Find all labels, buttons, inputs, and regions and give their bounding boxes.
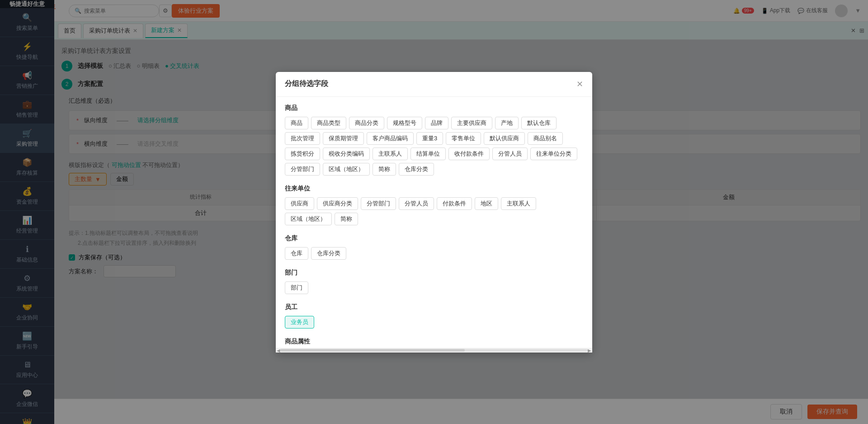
- tag-payment-terms[interactable]: 收付款条件: [448, 148, 490, 160]
- tag-main-contact-counterpart[interactable]: 主联系人: [501, 197, 536, 210]
- tag-settlement-unit[interactable]: 结算单位: [410, 148, 446, 160]
- tag-batch-mgmt[interactable]: 批次管理: [285, 132, 320, 145]
- modal-overlay: 分组待选字段 ✕ 商品 商品 商品类型 商品分类 规格型号 品牌 主要供应商 产…: [0, 0, 868, 424]
- section-warehouse-title: 仓库: [285, 234, 583, 243]
- tag-origin[interactable]: 产地: [495, 117, 519, 129]
- tag-main-contact[interactable]: 主联系人: [373, 148, 408, 160]
- tag-abbr-product[interactable]: 简称: [373, 163, 396, 176]
- scroll-right-arrow[interactable]: ▶: [588, 348, 591, 353]
- scrollbar-thumb[interactable]: [280, 349, 465, 352]
- section-employee-title: 员工: [285, 303, 583, 311]
- tag-region-product[interactable]: 区域（地区）: [323, 163, 370, 176]
- tag-dept-counterpart[interactable]: 分管部门: [361, 197, 396, 210]
- section-product-attr: 商品属性 属性 颜色 多规格 尺码 鞋码 1: [285, 338, 583, 348]
- section-product-attr-title: 商品属性: [285, 338, 583, 346]
- tag-shelf-life[interactable]: 保质期管理: [323, 132, 364, 145]
- section-employee: 员工 业务员: [285, 303, 583, 329]
- tag-salesperson[interactable]: 业务员: [285, 316, 314, 329]
- tag-area[interactable]: 地区: [475, 197, 498, 210]
- tag-main-supplier[interactable]: 主要供应商: [451, 117, 492, 129]
- tag-abbr-counterpart[interactable]: 简称: [335, 213, 358, 225]
- tag-pick-points[interactable]: 拣货积分: [285, 148, 320, 160]
- tag-product-type[interactable]: 商品类型: [311, 117, 346, 129]
- tag-tax-code[interactable]: 税收分类编码: [323, 148, 370, 160]
- tag-default-supplier[interactable]: 默认供应商: [484, 132, 525, 145]
- section-counterpart: 往来单位 供应商 供应商分类 分管部门 分管人员 付款条件 地区 主联系人 区域…: [285, 185, 583, 225]
- tag-warehouse[interactable]: 仓库: [285, 247, 308, 260]
- tag-default-warehouse[interactable]: 默认仓库: [521, 117, 557, 129]
- tag-customer-code[interactable]: 客户商品编码: [367, 132, 414, 145]
- tag-weight3[interactable]: 重量3: [416, 132, 443, 145]
- tag-spec-model[interactable]: 规格型号: [387, 117, 422, 129]
- tag-product-alias[interactable]: 商品别名: [528, 132, 563, 145]
- modal-close-button[interactable]: ✕: [576, 79, 583, 89]
- section-department-title: 部门: [285, 269, 583, 277]
- warehouse-tags: 仓库 仓库分类: [285, 247, 583, 260]
- tag-region-counterpart[interactable]: 区域（地区）: [285, 213, 332, 225]
- tag-product-category[interactable]: 商品分类: [349, 117, 384, 129]
- section-product-title: 商品: [285, 104, 583, 112]
- tag-manager-counterpart[interactable]: 分管人员: [399, 197, 434, 210]
- tag-payment-condition[interactable]: 付款条件: [437, 197, 472, 210]
- tag-retail-unit[interactable]: 零售单位: [446, 132, 481, 145]
- section-counterpart-title: 往来单位: [285, 185, 583, 193]
- department-tags: 部门: [285, 281, 583, 294]
- tag-warehouse-cat[interactable]: 仓库分类: [399, 163, 434, 176]
- tag-department[interactable]: 部门: [285, 281, 308, 294]
- tag-product[interactable]: 商品: [285, 117, 308, 129]
- tag-warehouse-category[interactable]: 仓库分类: [311, 247, 346, 260]
- product-tags: 商品 商品类型 商品分类 规格型号 品牌 主要供应商 产地 默认仓库 批次管理 …: [285, 117, 583, 176]
- scrollbar-track: [280, 349, 588, 352]
- modal-body: 商品 商品 商品类型 商品分类 规格型号 品牌 主要供应商 产地 默认仓库 批次…: [276, 97, 592, 348]
- tag-manager[interactable]: 分管人员: [492, 148, 528, 160]
- tag-dept[interactable]: 分管部门: [285, 163, 320, 176]
- employee-tags: 业务员: [285, 316, 583, 329]
- tag-supplier[interactable]: 供应商: [285, 197, 314, 210]
- section-warehouse: 仓库 仓库 仓库分类: [285, 234, 583, 260]
- modal-title: 分组待选字段: [285, 79, 328, 89]
- tag-supplier-category[interactable]: 供应商分类: [317, 197, 358, 210]
- scroll-left-arrow[interactable]: ◀: [277, 348, 280, 353]
- modal-header: 分组待选字段 ✕: [276, 72, 592, 97]
- tag-counterpart-category[interactable]: 往来单位分类: [530, 148, 577, 160]
- tag-brand[interactable]: 品牌: [425, 117, 448, 129]
- section-department: 部门 部门: [285, 269, 583, 294]
- modal-dialog: 分组待选字段 ✕ 商品 商品 商品类型 商品分类 规格型号 品牌 主要供应商 产…: [276, 72, 592, 353]
- counterpart-tags: 供应商 供应商分类 分管部门 分管人员 付款条件 地区 主联系人 区域（地区） …: [285, 197, 583, 225]
- modal-horizontal-scrollbar[interactable]: ◀ ▶: [276, 348, 592, 353]
- section-product: 商品 商品 商品类型 商品分类 规格型号 品牌 主要供应商 产地 默认仓库 批次…: [285, 104, 583, 176]
